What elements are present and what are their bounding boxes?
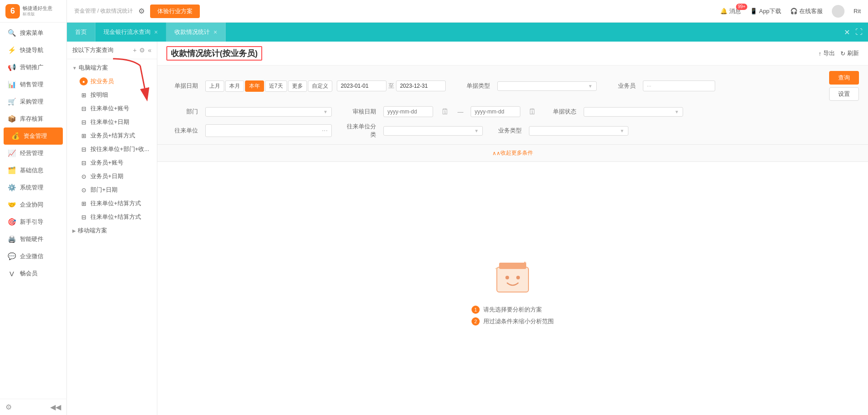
sidebar-item-finance[interactable]: 💰 资金管理: [4, 127, 63, 145]
salesperson-select[interactable]: ···: [643, 80, 715, 91]
sidebar-item-member[interactable]: V 畅会员: [0, 265, 66, 282]
sidebar-item-label: 采购管理: [20, 98, 43, 106]
desktop-plan-group[interactable]: ▼ 电脑端方案: [67, 61, 157, 75]
system-icon: ⚙️: [7, 183, 16, 192]
sidebar-item-search[interactable]: 🔍 搜索菜单: [0, 24, 66, 42]
bill-status-select[interactable]: ▼: [584, 107, 683, 117]
tab-maximize-icon[interactable]: ⛶: [855, 28, 863, 36]
refresh-button[interactable]: ↻ 刷新: [840, 49, 859, 57]
plan-icon: ⊟: [80, 146, 88, 153]
form-action-buttons: 查询 设置: [829, 71, 859, 101]
collapse-panel-icon[interactable]: «: [148, 47, 151, 54]
sidebar-item-marketing[interactable]: 📢 营销推广: [0, 59, 66, 76]
online-service-item[interactable]: 🎧 在线客服: [790, 7, 823, 15]
sidebar-item-purchase[interactable]: 🛒 采购管理: [0, 93, 66, 110]
collapse-arrow-icon: ∧∧: [492, 150, 500, 156]
date-btn-more[interactable]: 更多: [288, 80, 307, 92]
sidebar-item-label: 快捷导航: [20, 46, 43, 54]
plan-item-partner-settle2[interactable]: ⊟ 往来单位+结算方式: [67, 210, 157, 224]
tab-bank-flow[interactable]: 现金银行流水查询 ×: [95, 23, 166, 42]
panel-header-icons: + ⚙ «: [133, 47, 151, 54]
plan-item-partner-date[interactable]: ⊟ 往来单位+日期: [67, 115, 157, 129]
biz-type-label: 业务类型: [490, 127, 522, 135]
sidebar-item-nav[interactable]: ⚡ 快捷导航: [0, 42, 66, 59]
tab-close-all-icon[interactable]: ✕: [844, 28, 850, 37]
date-from-input[interactable]: [337, 80, 387, 91]
sidebar-item-inventory[interactable]: 📦 库存核算: [0, 110, 66, 127]
collapse-bar[interactable]: ∧∧ 收起更多条件: [157, 145, 868, 162]
query-button[interactable]: 查询: [829, 71, 859, 85]
bill-type-select[interactable]: ▼: [497, 81, 597, 91]
user-avatar[interactable]: [832, 5, 844, 18]
partner-category-select[interactable]: ▼: [383, 126, 483, 136]
dept-select[interactable]: ▼: [205, 107, 332, 117]
plan-item-partner-dept[interactable]: ⊟ 按往来单位+部门+收...: [67, 142, 157, 156]
date-btn-this-year[interactable]: 本年: [245, 80, 264, 92]
tab-payment-stats-close[interactable]: ×: [213, 28, 217, 36]
plan-item-partner-account[interactable]: ⊟ 往来单位+账号: [67, 102, 157, 115]
salesperson-placeholder: ···: [647, 83, 651, 89]
date-btn-last-month[interactable]: 上月: [205, 80, 224, 92]
plan-item-detail[interactable]: ⊞ 按明细: [67, 88, 157, 102]
settings-plan-icon[interactable]: ⚙: [139, 47, 145, 54]
sidebar-item-wechat[interactable]: 💬 企业微信: [0, 248, 66, 265]
sidebar-item-hardware[interactable]: 🖨️ 智能硬件: [0, 231, 66, 248]
biz-type-select[interactable]: ▼: [529, 126, 628, 136]
tab-bank-flow-label: 现金银行流水查询: [104, 28, 151, 36]
plan-item-salesperson[interactable]: ● 按业务员: [67, 75, 157, 88]
plan-icon: ⊟: [80, 105, 88, 112]
tab-home[interactable]: 首页: [67, 23, 95, 42]
plan-item-label: 往来单位+结算方式: [90, 199, 141, 208]
sidebar-item-collab[interactable]: 🤝 企业协同: [0, 196, 66, 213]
plan-item-sales-settle[interactable]: ⊞ 业务员+结算方式: [67, 129, 157, 142]
operations-icon: 📈: [7, 149, 16, 158]
date-btn-7days[interactable]: 近7天: [265, 80, 287, 92]
sidebar-item-basic-info[interactable]: 🗂️ 基础信息: [0, 162, 66, 179]
member-icon: V: [7, 269, 16, 278]
page-title-bar: 收款情况统计(按业务员) ↑ 导出 ↻ 刷新: [157, 42, 868, 66]
plan-item-label: 按往来单位+部门+收...: [90, 145, 149, 153]
plan-item-sales-account[interactable]: ⊟ 业务员+账号: [67, 156, 157, 170]
messages-item[interactable]: 🔔 消息 99+: [720, 7, 741, 15]
plan-item-dept-date[interactable]: ⊙ 部门+日期: [67, 183, 157, 197]
trial-button[interactable]: 体验行业方案: [150, 5, 200, 18]
collapse-sidebar-icon[interactable]: ◀◀: [50, 403, 61, 411]
sidebar-item-guide[interactable]: 🎯 新手引导: [0, 213, 66, 231]
plan-item-sales-date[interactable]: ⊙ 业务员+日期: [67, 170, 157, 183]
sidebar-item-operations[interactable]: 📈 经营管理: [0, 145, 66, 162]
date-to-input[interactable]: [396, 80, 446, 91]
partner-select[interactable]: ···: [205, 124, 332, 137]
group-arrow-icon: ▶: [72, 228, 76, 233]
date-btn-custom[interactable]: 自定义: [308, 80, 332, 92]
plan-icon: ⊟: [80, 119, 88, 126]
settings-button[interactable]: 设置: [829, 87, 859, 101]
header-gear-icon[interactable]: ⚙: [138, 7, 145, 15]
svg-point-3: [516, 276, 520, 279]
search-form: 单据日期 上月 本月 本年 近7天 更多 自定义 至: [157, 66, 868, 145]
audit-date-to-input[interactable]: [471, 106, 520, 117]
plan-item-label: 业务员+日期: [90, 172, 123, 180]
audit-date-from-input[interactable]: [383, 106, 433, 117]
sidebar-item-label: 智能硬件: [20, 235, 43, 243]
partner-more-icon[interactable]: ···: [322, 127, 328, 135]
sidebar-item-system[interactable]: ⚙️ 系统管理: [0, 179, 66, 196]
right-main: 收款情况统计(按业务员) ↑ 导出 ↻ 刷新 单据日期: [157, 42, 868, 415]
export-button[interactable]: ↑ 导出: [819, 49, 835, 57]
plan-item-partner-settle1[interactable]: ⊞ 往来单位+结算方式: [67, 197, 157, 210]
bill-status-label: 单据状态: [545, 108, 576, 116]
empty-hints: 1 请先选择要分析的方案 2 用过滤条件来缩小分析范围: [472, 306, 554, 325]
tab-bank-flow-close[interactable]: ×: [154, 28, 158, 36]
app-download-item[interactable]: 📱 App下载: [750, 7, 781, 15]
dept-label: 部门: [166, 108, 198, 116]
refresh-label: 刷新: [847, 49, 859, 57]
add-plan-icon[interactable]: +: [133, 47, 137, 54]
sidebar-item-label: 营销推广: [20, 63, 43, 71]
date-btn-this-month[interactable]: 本月: [225, 80, 244, 92]
tab-home-label: 首页: [75, 28, 87, 36]
tab-payment-stats[interactable]: 收款情况统计 ×: [166, 23, 226, 42]
plan-icon: ⊙: [80, 173, 88, 180]
mobile-plan-group[interactable]: ▶ 移动端方案: [67, 224, 157, 237]
sidebar-item-sales[interactable]: 📊 销售管理: [0, 76, 66, 93]
logo-icon: 6: [5, 4, 20, 19]
settings-bottom-icon[interactable]: ⚙: [5, 403, 12, 411]
